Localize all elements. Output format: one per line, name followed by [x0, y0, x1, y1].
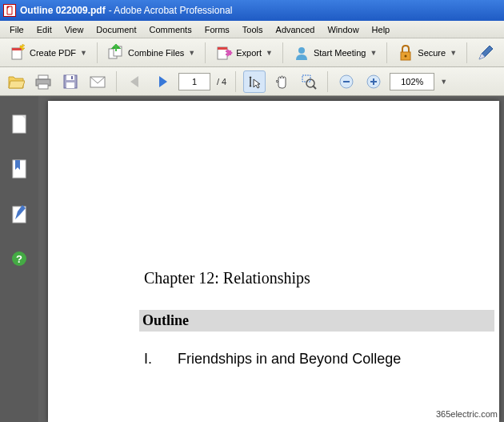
create-pdf-label: Create PDF: [30, 48, 76, 58]
svg-line-27: [313, 86, 316, 89]
page-total-label: / 4: [217, 77, 226, 86]
hand-tool-button[interactable]: [270, 70, 293, 93]
save-button[interactable]: [59, 70, 82, 93]
menu-bar: File Edit View Document Comments Forms T…: [0, 21, 504, 38]
pdf-page: Chapter 12: Relationships Outline I. Fri…: [48, 101, 499, 422]
chevron-down-icon[interactable]: ▼: [440, 78, 447, 86]
menu-window[interactable]: Window: [321, 22, 365, 37]
svg-marker-23: [130, 76, 138, 87]
create-pdf-icon: [9, 44, 26, 62]
toolbar-separator: [116, 71, 117, 92]
outline-item: I. Friendships in and Beyond College: [144, 351, 490, 368]
page-number-input[interactable]: [178, 73, 210, 90]
app-icon: [3, 4, 16, 17]
svg-rect-21: [71, 76, 73, 79]
start-meeting-button[interactable]: Start Meeting ▼: [289, 42, 381, 64]
outline-item-text: Friendships in and Beyond College: [178, 351, 401, 368]
chapter-heading: Chapter 12: Relationships: [144, 269, 490, 287]
svg-rect-17: [38, 84, 48, 89]
menu-help[interactable]: Help: [366, 22, 397, 37]
signatures-panel-button[interactable]: [7, 202, 31, 226]
svg-marker-24: [159, 76, 167, 87]
chevron-down-icon: ▼: [450, 49, 457, 57]
svg-rect-20: [66, 82, 74, 88]
secure-button[interactable]: Secure ▼: [393, 42, 461, 64]
navigation-toolbar: / 4 ▼: [0, 67, 504, 96]
start-meeting-icon: [293, 44, 310, 62]
window-title-file: Outline 022009.pdf: [20, 5, 106, 16]
print-button[interactable]: [32, 70, 54, 93]
menu-file[interactable]: File: [3, 22, 30, 37]
zoom-out-button[interactable]: [335, 70, 358, 93]
open-button[interactable]: [5, 70, 27, 93]
bookmarks-panel-button[interactable]: [7, 157, 31, 181]
export-button[interactable]: Export ▼: [211, 42, 277, 64]
menu-edit[interactable]: Edit: [30, 22, 58, 37]
pen-icon: [477, 44, 494, 62]
chevron-down-icon: ▼: [188, 49, 195, 57]
toolbar-separator: [97, 42, 98, 63]
combine-files-icon: [107, 44, 125, 62]
chevron-down-icon: ▼: [266, 49, 273, 57]
svg-rect-25: [302, 75, 310, 82]
marquee-zoom-button[interactable]: [298, 70, 320, 93]
zoom-in-button[interactable]: [362, 70, 385, 93]
svg-rect-7: [115, 47, 117, 51]
menu-tools[interactable]: Tools: [236, 22, 270, 37]
menu-advanced[interactable]: Advanced: [270, 22, 322, 37]
svg-rect-32: [373, 78, 374, 85]
sign-button[interactable]: [473, 42, 498, 64]
menu-view[interactable]: View: [58, 22, 90, 37]
select-tool-button[interactable]: [243, 70, 266, 93]
svg-marker-6: [113, 44, 119, 47]
svg-point-14: [405, 54, 407, 57]
main-toolbar: Create PDF ▼ Combine Files ▼ Export ▼ St…: [0, 38, 504, 67]
svg-rect-29: [343, 81, 350, 82]
outline-item-marker: I.: [144, 351, 152, 368]
menu-document[interactable]: Document: [90, 22, 142, 37]
svg-rect-15: [38, 75, 48, 79]
svg-rect-9: [218, 47, 227, 50]
chevron-down-icon: ▼: [80, 49, 87, 57]
chevron-down-icon: ▼: [370, 49, 377, 57]
svg-point-12: [298, 47, 305, 54]
document-viewport[interactable]: Chapter 12: Relationships Outline I. Fri…: [38, 96, 504, 422]
svg-rect-1: [12, 48, 22, 50]
svg-text:?: ?: [16, 253, 22, 265]
toolbar-separator: [282, 42, 283, 63]
menu-forms[interactable]: Forms: [198, 22, 236, 37]
create-pdf-button[interactable]: Create PDF ▼: [5, 42, 91, 64]
secure-label: Secure: [418, 48, 446, 58]
prev-page-button[interactable]: [124, 70, 146, 93]
menu-comments[interactable]: Comments: [143, 22, 198, 37]
toolbar-separator: [386, 42, 387, 63]
lock-icon: [397, 44, 414, 62]
pages-panel-button[interactable]: [7, 112, 31, 136]
svg-marker-11: [227, 49, 233, 57]
start-meeting-label: Start Meeting: [314, 48, 366, 58]
export-icon: [215, 44, 233, 62]
workspace: ? Chapter 12: Relationships Outline I. F…: [0, 96, 504, 422]
svg-rect-19: [66, 75, 74, 80]
toolbar-separator: [205, 42, 206, 63]
toolbar-separator: [327, 71, 328, 92]
help-panel-button[interactable]: ?: [7, 247, 31, 271]
toolbar-separator: [235, 71, 236, 92]
next-page-button[interactable]: [151, 70, 174, 93]
navigation-panel: ?: [0, 96, 38, 422]
export-label: Export: [236, 48, 262, 58]
window-title-app: - Adobe Acrobat Professional: [109, 5, 233, 16]
title-bar: Outline 022009.pdf - Adobe Acrobat Profe…: [0, 0, 504, 21]
watermark: 365electric.com: [436, 409, 498, 419]
svg-rect-33: [13, 115, 26, 133]
combine-files-button[interactable]: Combine Files ▼: [103, 42, 199, 64]
outline-heading: Outline: [139, 310, 494, 332]
toolbar-separator: [466, 42, 467, 63]
combine-files-label: Combine Files: [128, 48, 184, 58]
zoom-input[interactable]: [390, 73, 434, 90]
email-button[interactable]: [86, 70, 109, 93]
